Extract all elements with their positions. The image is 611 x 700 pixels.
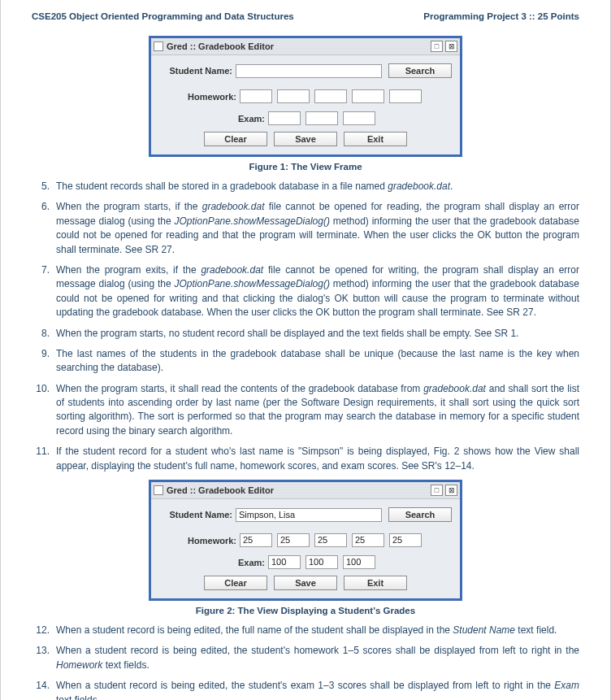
exam-label: Exam: bbox=[159, 558, 268, 567]
item-text: When a student record is being edited, t… bbox=[56, 644, 579, 672]
figure-1-caption: Figure 1: The View Frame bbox=[249, 162, 362, 172]
exam-field-1[interactable]: 100 bbox=[268, 555, 301, 569]
maximize-icon[interactable]: □ bbox=[431, 41, 443, 52]
gred-window: Gred :: Gradebook Editor □ ⊠ Student Nam… bbox=[149, 36, 462, 157]
save-button[interactable]: Save bbox=[274, 576, 337, 590]
figure-1: Gred :: Gradebook Editor □ ⊠ Student Nam… bbox=[32, 36, 579, 172]
window-icon bbox=[154, 485, 163, 495]
titlebar: Gred :: Gradebook Editor □ ⊠ bbox=[151, 482, 460, 499]
item-num: 11. bbox=[32, 445, 56, 473]
hw-field-1[interactable]: 25 bbox=[240, 533, 272, 547]
titlebar: Gred :: Gradebook Editor □ ⊠ bbox=[151, 38, 460, 55]
student-name-field[interactable] bbox=[236, 64, 382, 78]
item-text: If the student record for a student who'… bbox=[56, 445, 579, 473]
exit-button[interactable]: Exit bbox=[344, 576, 407, 590]
item-num: 14. bbox=[32, 679, 56, 700]
student-name-label: Student Name: bbox=[159, 66, 236, 76]
homework-label: Homework: bbox=[159, 536, 240, 546]
hw-field-3[interactable] bbox=[314, 89, 347, 103]
item-text: When a student record is being edited, t… bbox=[56, 679, 579, 700]
item-text: When the program starts, no student reco… bbox=[56, 327, 579, 341]
exam-field-3[interactable]: 100 bbox=[343, 555, 375, 569]
search-button[interactable]: Search bbox=[388, 63, 452, 78]
window-icon bbox=[154, 41, 163, 51]
window-title: Gred :: Gradebook Editor bbox=[167, 41, 274, 51]
item-text: When the program starts, it shall read t… bbox=[56, 382, 579, 439]
item-num: 10. bbox=[32, 382, 56, 439]
exam-field-2[interactable] bbox=[306, 111, 338, 125]
figure-2-caption: Figure 2: The View Displaying a Student'… bbox=[196, 606, 415, 615]
item-num: 8. bbox=[32, 327, 56, 341]
hw-field-2[interactable] bbox=[277, 89, 310, 103]
clear-button[interactable]: Clear bbox=[204, 576, 267, 590]
exam-label: Exam: bbox=[159, 114, 268, 124]
item-num: 13. bbox=[32, 644, 56, 672]
hw-field-4[interactable]: 25 bbox=[352, 533, 384, 547]
hw-field-4[interactable] bbox=[352, 89, 384, 103]
hw-field-5[interactable]: 25 bbox=[389, 533, 422, 547]
item-text: The last names of the students in the gr… bbox=[56, 347, 579, 376]
item-text: When the program starts, if the gradeboo… bbox=[56, 200, 579, 257]
figure-2: Gred :: Gradebook Editor □ ⊠ Student Nam… bbox=[32, 480, 579, 615]
maximize-icon[interactable]: □ bbox=[431, 485, 443, 496]
item-num: 5. bbox=[32, 180, 56, 193]
search-button[interactable]: Search bbox=[388, 507, 452, 522]
close-icon[interactable]: ⊠ bbox=[445, 485, 457, 496]
close-icon[interactable]: ⊠ bbox=[445, 41, 457, 52]
item-num: 9. bbox=[32, 347, 56, 376]
header-right: Programming Project 3 :: 25 Points bbox=[423, 11, 579, 21]
student-name-field[interactable]: Simpson, Lisa bbox=[236, 508, 382, 522]
save-button[interactable]: Save bbox=[274, 132, 337, 146]
item-text: When the program exits, if the gradebook… bbox=[56, 263, 579, 320]
hw-field-5[interactable] bbox=[389, 89, 422, 103]
exam-field-3[interactable] bbox=[343, 111, 375, 125]
exam-field-2[interactable]: 100 bbox=[306, 555, 338, 569]
gred-window: Gred :: Gradebook Editor □ ⊠ Student Nam… bbox=[149, 480, 462, 601]
header-left: CSE205 Object Oriented Programming and D… bbox=[32, 11, 294, 21]
item-num: 6. bbox=[32, 200, 56, 257]
hw-field-1[interactable] bbox=[240, 89, 272, 103]
hw-field-3[interactable]: 25 bbox=[314, 533, 347, 547]
exit-button[interactable]: Exit bbox=[344, 132, 407, 146]
item-num: 12. bbox=[32, 624, 56, 637]
homework-label: Homework: bbox=[159, 92, 240, 102]
clear-button[interactable]: Clear bbox=[204, 132, 267, 146]
item-text: When a student record is being edited, t… bbox=[56, 624, 579, 637]
item-text: The student records shall be stored in a… bbox=[56, 180, 579, 193]
student-name-label: Student Name: bbox=[159, 510, 236, 520]
hw-field-2[interactable]: 25 bbox=[277, 533, 310, 547]
window-title: Gred :: Gradebook Editor bbox=[167, 485, 274, 495]
exam-field-1[interactable] bbox=[268, 111, 301, 125]
item-num: 7. bbox=[32, 263, 56, 320]
